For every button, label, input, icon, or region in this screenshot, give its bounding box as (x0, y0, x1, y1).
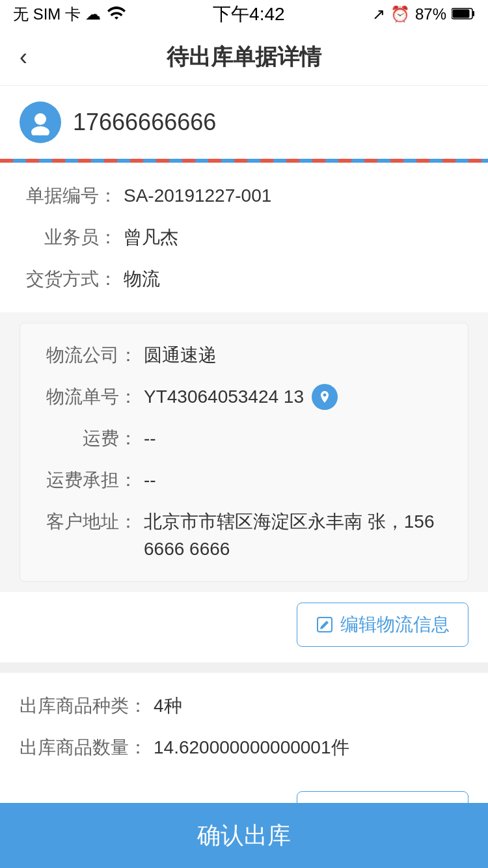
freight-label: 运费： (40, 425, 144, 452)
customer-phone: 17666666666 (73, 109, 216, 136)
tracking-label: 物流单号： (40, 383, 144, 411)
salesman-value: 曾凡杰 (124, 224, 468, 251)
status-time: 下午4:42 (213, 2, 285, 27)
logistics-card: 物流公司： 圆通速递 物流单号： YT43064053424 13 运费： --… (20, 323, 468, 582)
svg-rect-1 (472, 11, 474, 16)
delivery-row: 交货方式： 物流 (20, 265, 468, 293)
goods-qty-row: 出库商品数量： 14.620000000000001件 (20, 734, 468, 761)
sim-text: 无 SIM 卡 ☁ (13, 4, 101, 25)
section-separator (0, 662, 488, 673)
delivery-label: 交货方式： (20, 265, 124, 293)
status-bar: 无 SIM 卡 ☁ 下午4:42 ↗ ⏰ 87% (0, 0, 488, 29)
freight-bear-value: -- (144, 467, 448, 494)
logistics-company-value: 圆通速递 (144, 342, 448, 369)
delivery-value: 物流 (124, 265, 468, 293)
freight-bear-row: 运费承担： -- (40, 467, 448, 494)
wifi-icon (107, 5, 126, 23)
nav-bar: ‹ 待出库单据详情 (0, 29, 488, 86)
goods-section: 出库商品种类： 4种 出库商品数量： 14.620000000000001件 (0, 673, 488, 781)
goods-qty-value: 14.620000000000001件 (154, 734, 468, 761)
confirm-button[interactable]: 确认出库 (0, 803, 488, 868)
address-label: 客户地址： (40, 508, 144, 536)
tracking-row: 物流单号： YT43064053424 13 (40, 383, 448, 411)
goods-type-value: 4种 (154, 692, 468, 720)
edit-logistics-button[interactable]: 编辑物流信息 (297, 603, 468, 647)
salesman-row: 业务员： 曾凡杰 (20, 224, 468, 251)
order-info-section: 单据编号： SA-20191227-001 业务员： 曾凡杰 交货方式： 物流 (0, 163, 488, 312)
order-no-row: 单据编号： SA-20191227-001 (20, 182, 468, 210)
tracking-location-icon[interactable] (312, 384, 338, 410)
location-arrow-icon: ↗ (372, 5, 385, 23)
goods-type-label: 出库商品种类： (20, 692, 154, 720)
status-right: ↗ ⏰ 87% (372, 5, 475, 23)
salesman-label: 业务员： (20, 224, 124, 251)
battery-text: 87% (415, 5, 446, 23)
address-value: 北京市市辖区海淀区永丰南 张，156 6666 6666 (144, 508, 448, 563)
goods-type-row: 出库商品种类： 4种 (20, 692, 468, 720)
customer-section: 17666666666 (0, 86, 488, 159)
page-title: 待出库单据详情 (167, 42, 321, 72)
freight-bear-label: 运费承担： (40, 467, 144, 494)
order-no-label: 单据编号： (20, 182, 124, 210)
logistics-company-row: 物流公司： 圆通速递 (40, 342, 448, 369)
order-no-value: SA-20191227-001 (124, 182, 468, 210)
edit-icon (316, 616, 334, 634)
edit-btn-row: 编辑物流信息 (0, 592, 488, 662)
back-button[interactable]: ‹ (20, 44, 27, 71)
svg-point-3 (34, 113, 46, 125)
goods-qty-label: 出库商品数量： (20, 734, 154, 761)
status-left: 无 SIM 卡 ☁ (13, 4, 126, 25)
alarm-icon: ⏰ (390, 5, 410, 23)
freight-value: -- (144, 425, 448, 452)
address-row: 客户地址： 北京市市辖区海淀区永丰南 张，156 6666 6666 (40, 508, 448, 563)
person-icon (27, 109, 53, 135)
logistics-company-label: 物流公司： (40, 342, 144, 369)
svg-point-4 (31, 126, 49, 135)
freight-row: 运费： -- (40, 425, 448, 452)
battery-icon (452, 5, 475, 23)
svg-rect-2 (453, 10, 470, 18)
tracking-value: YT43064053424 13 (144, 383, 448, 411)
avatar (20, 102, 61, 143)
confirm-btn-label: 确认出库 (197, 820, 291, 852)
